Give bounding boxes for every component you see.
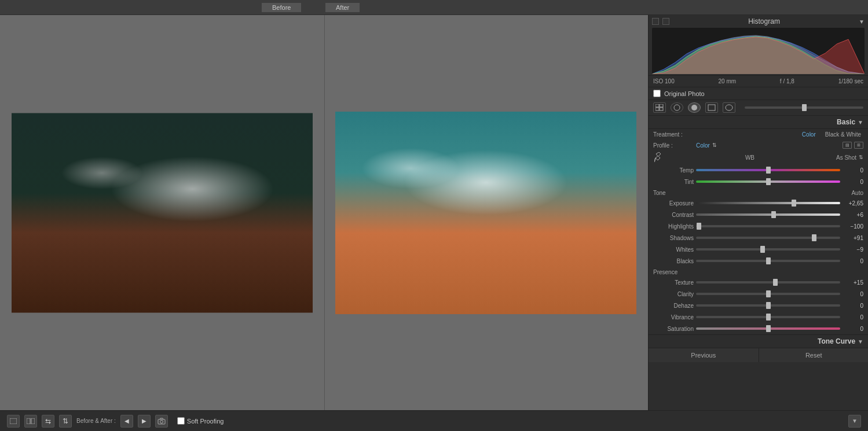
tone-slider-thumb[interactable] <box>802 104 807 111</box>
dehaze-thumb[interactable] <box>766 302 771 309</box>
vibrance-row: Vibrance 0 <box>649 311 868 323</box>
blacks-slider[interactable] <box>696 260 840 262</box>
highlights-thumb[interactable] <box>697 223 701 230</box>
exposure-row: Exposure +2,65 <box>649 197 868 209</box>
soft-proof-checkbox[interactable] <box>177 417 185 425</box>
focal-info: 20 mm <box>718 78 736 84</box>
tint-thumb[interactable] <box>766 178 771 185</box>
profile-icons: ▤ ⊞ <box>843 142 863 149</box>
exposure-value: +2,65 <box>843 200 863 207</box>
camera-btn[interactable] <box>155 415 168 428</box>
svg-point-4 <box>674 105 680 110</box>
shadows-label: Shadows <box>653 235 694 241</box>
contrast-thumb[interactable] <box>771 211 776 218</box>
circle-outline-tool-icon[interactable] <box>723 102 735 113</box>
clarity-row: Clarity 0 <box>649 288 868 300</box>
tint-row: Tint 0 <box>649 176 868 187</box>
contrast-value: +6 <box>843 212 863 218</box>
svg-point-13 <box>160 420 163 423</box>
profile-arrow[interactable]: ⇅ <box>712 142 717 148</box>
histogram-arrow[interactable]: ▼ <box>859 19 865 25</box>
original-photo-checkbox[interactable] <box>653 90 661 97</box>
clarity-slider[interactable] <box>696 293 840 295</box>
exposure-slider[interactable] <box>696 202 840 204</box>
wb-arrow[interactable]: ⇅ <box>859 154 863 160</box>
dehaze-slider[interactable] <box>696 304 840 307</box>
panel-toggle-btn[interactable]: ▼ <box>848 415 861 428</box>
original-photo-label: Original Photo <box>664 90 705 97</box>
saturation-label: Saturation <box>653 326 694 332</box>
profile-icon-2[interactable]: ⊞ <box>854 142 863 149</box>
eyedropper-icon[interactable] <box>653 152 664 163</box>
basic-section-header[interactable]: Basic ▼ <box>649 116 868 129</box>
presence-subsection: Presence <box>649 267 868 277</box>
blacks-thumb[interactable] <box>766 257 771 264</box>
temp-label: Temp <box>653 167 694 174</box>
texture-thumb[interactable] <box>773 279 778 286</box>
profile-icon-1[interactable]: ▤ <box>843 142 852 149</box>
temp-thumb[interactable] <box>766 167 771 174</box>
grid-tool-icon[interactable] <box>653 102 666 113</box>
reset-button[interactable]: Reset <box>759 348 869 362</box>
swap-btn[interactable]: ⇆ <box>42 415 54 428</box>
treatment-bw[interactable]: Black & White <box>823 131 863 138</box>
fullscreen-btn[interactable] <box>7 415 20 428</box>
arrow-right-btn[interactable]: ▶ <box>138 415 151 428</box>
tone-curve-arrow: ▼ <box>858 338 863 345</box>
whites-row: Whites −9 <box>649 244 868 255</box>
svg-rect-3 <box>660 108 663 110</box>
tone-curve-title: Tone Curve <box>818 337 855 345</box>
temp-row: Temp 0 <box>649 164 868 176</box>
tone-subtitle: Tone <box>653 190 666 196</box>
tone-auto[interactable]: Auto <box>851 190 863 196</box>
texture-label: Texture <box>653 279 694 286</box>
shadows-slider[interactable] <box>696 237 840 239</box>
svg-point-7 <box>726 105 733 110</box>
whites-thumb[interactable] <box>760 246 765 253</box>
circle-fill-tool-icon[interactable] <box>688 102 701 113</box>
before-after-label: Before & After : <box>76 418 116 424</box>
rect-tool-icon[interactable] <box>705 102 718 113</box>
exposure-thumb[interactable] <box>792 200 796 207</box>
contrast-slider[interactable] <box>696 213 840 216</box>
compare-btn[interactable]: ⇅ <box>59 415 72 428</box>
tone-curve-header[interactable]: Tone Curve ▼ <box>649 334 868 348</box>
previous-button[interactable]: Previous <box>649 348 759 362</box>
blacks-row: Blacks 0 <box>649 255 868 267</box>
saturation-thumb[interactable] <box>766 325 771 332</box>
after-photo-overlay <box>335 112 636 314</box>
histogram-svg <box>652 28 865 74</box>
shadows-thumb[interactable] <box>812 234 816 241</box>
whites-value: −9 <box>843 246 863 253</box>
circle-tool-icon[interactable] <box>671 102 683 113</box>
split-view-btn[interactable] <box>24 415 37 428</box>
before-after-divider <box>324 15 325 410</box>
tint-slider[interactable] <box>696 180 840 183</box>
bottom-action-buttons: Previous Reset <box>649 348 868 362</box>
vibrance-slider[interactable] <box>696 316 840 318</box>
temp-slider[interactable] <box>696 169 840 171</box>
before-photo-overlay <box>12 113 313 312</box>
svg-rect-2 <box>655 108 659 110</box>
clarity-label: Clarity <box>653 291 694 297</box>
tone-slider-track[interactable] <box>745 106 863 109</box>
wb-value: As Shot <box>836 154 856 161</box>
clarity-thumb[interactable] <box>766 290 771 297</box>
vibrance-thumb[interactable] <box>766 314 771 321</box>
treatment-color[interactable]: Color <box>800 131 818 138</box>
profile-value[interactable]: Color <box>696 142 710 149</box>
whites-slider[interactable] <box>696 248 840 251</box>
svg-rect-1 <box>660 104 663 107</box>
saturation-slider[interactable] <box>696 327 840 330</box>
basic-title: Basic <box>837 118 855 126</box>
top-bar: Before After <box>0 0 868 15</box>
wb-label: WB <box>666 154 834 161</box>
highlights-slider[interactable] <box>696 225 840 227</box>
svg-rect-9 <box>10 418 17 424</box>
arrow-left-btn[interactable]: ◀ <box>120 415 133 428</box>
soft-proof-row[interactable]: Soft Proofing <box>177 417 224 425</box>
texture-slider[interactable] <box>696 281 840 283</box>
original-photo-row[interactable]: Original Photo <box>649 87 868 100</box>
highlights-value: −100 <box>843 223 863 230</box>
vibrance-value: 0 <box>843 314 863 321</box>
